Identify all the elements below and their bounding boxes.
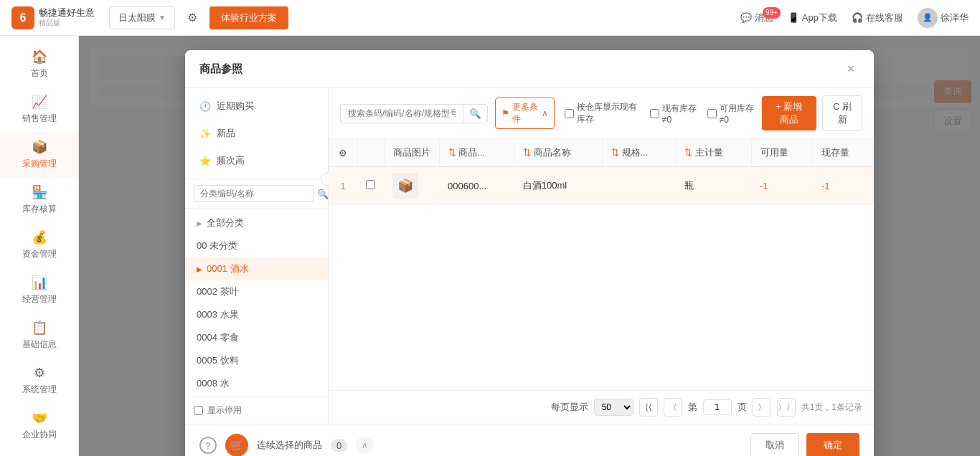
- product-search-input[interactable]: [341, 105, 463, 122]
- more-filter-arrow: ∧: [542, 108, 548, 118]
- product-thumbnail: 📦: [392, 173, 418, 199]
- col-code[interactable]: ⇅ 商品...: [439, 139, 514, 167]
- cat-0003[interactable]: 0003 水果: [185, 303, 328, 326]
- sidebar-item-inventory[interactable]: 🏪 库存核算: [0, 177, 78, 222]
- nonzero-stock-label: 现有库存≠0: [662, 103, 697, 125]
- add-product-button[interactable]: + 新增商品: [762, 96, 817, 130]
- confirm-button[interactable]: 确定: [806, 433, 859, 456]
- category-search-row: 🔍: [185, 179, 328, 209]
- quick-filter-new[interactable]: ✨ 新品: [194, 123, 319, 144]
- cart-button[interactable]: 🛒: [225, 434, 248, 456]
- check-available-stock[interactable]: 可用库存≠0: [707, 103, 755, 125]
- next-page-button[interactable]: 〉: [753, 398, 771, 417]
- cat-all[interactable]: ▶ 全部分类: [185, 212, 328, 234]
- selected-text: 连续选择的商品: [257, 439, 322, 452]
- sidebar-item-purchase[interactable]: 📦 采购管理: [0, 132, 78, 177]
- nav-message[interactable]: 💬 消息 99+: [740, 11, 773, 24]
- filter-checkboxes: 按仓库显示现有库存 现有库存≠0 可用库存≠0: [565, 101, 755, 125]
- cat-0001-arrow: ▶: [197, 265, 202, 273]
- first-page-button[interactable]: ⟨⟨: [639, 398, 658, 417]
- quick-filter-frequent[interactable]: ⭐ 频次高: [194, 150, 319, 171]
- check-nonzero-stock[interactable]: 现有库存≠0: [650, 103, 697, 125]
- quick-filter-recent[interactable]: 🕐 近期购买: [194, 95, 319, 117]
- category-search-input[interactable]: [194, 185, 314, 202]
- nonzero-stock-checkbox[interactable]: [650, 109, 659, 118]
- more-filter-button[interactable]: ⚑ 更多条件 ∧: [495, 98, 555, 129]
- modal-body: 🕐 近期购买 ✨ 新品 ⭐ 频次高: [185, 88, 874, 424]
- sidebar-label-basic: 基础信息: [22, 338, 57, 351]
- nav-app-download[interactable]: 📱 App下载: [788, 11, 837, 24]
- total-info: 共1页，1条记录: [801, 402, 862, 414]
- row-available: -1: [751, 167, 813, 205]
- display-stopped-label: 显示停用: [207, 404, 242, 417]
- display-stopped-checkbox[interactable]: [194, 406, 203, 415]
- check-warehouse-stock[interactable]: 按仓库显示现有库存: [565, 101, 640, 125]
- message-badge: 99+: [763, 7, 781, 19]
- nav-customer-service[interactable]: 🎧 在线客服: [852, 11, 903, 24]
- sidebar-item-finance[interactable]: 💰 资金管理: [0, 222, 78, 267]
- sidebar-item-sales[interactable]: 📈 销售管理: [0, 87, 78, 132]
- sidebar-item-collab[interactable]: 🤝 企业协同: [0, 403, 78, 448]
- app-icon: 📱: [788, 12, 799, 23]
- col-unit[interactable]: ⇅ 主计量: [676, 139, 751, 167]
- cat-all-arrow: ▶: [197, 219, 202, 227]
- cat-00[interactable]: 00 未分类: [185, 234, 328, 257]
- sidebar-item-home[interactable]: 🏠 首页: [0, 42, 78, 87]
- nav-user[interactable]: 👤 徐泽华: [918, 8, 969, 28]
- gear-button[interactable]: ⚙: [181, 6, 204, 29]
- help-button[interactable]: ?: [199, 437, 217, 454]
- cat-0001-label: 0001 酒水: [207, 262, 249, 275]
- per-page-label: 每页显示: [551, 401, 588, 414]
- action-buttons: + 新增商品 C 刷新: [762, 95, 863, 131]
- table-header-row: ⚙ 商品图片 ⇅ 商品... ⇅: [329, 139, 874, 167]
- cat-0008[interactable]: 0008 水: [185, 372, 328, 395]
- cat-0004-label: 0004 零食: [197, 331, 239, 344]
- available-stock-checkbox[interactable]: [707, 109, 717, 118]
- modal-footer: ? 🛒 连续选择的商品 0 ∧ 取消 确定: [185, 424, 874, 456]
- row-checkbox[interactable]: [366, 180, 375, 189]
- prev-page-button[interactable]: 〈: [664, 398, 682, 417]
- top-navbar: 6 畅捷通好生意 精品版 日太阳膜 ▼ ⚙ 体验行业方案 💬 消息 99+ 📱 …: [0, 0, 980, 36]
- row-code: 000600...: [439, 167, 514, 205]
- row-image-cell: 📦: [384, 167, 439, 205]
- display-stopped-row: 显示停用: [185, 396, 328, 424]
- warehouse-stock-checkbox[interactable]: [565, 109, 574, 118]
- sidebar-item-basic[interactable]: 📋 基础信息: [0, 313, 78, 358]
- col-name[interactable]: ⇅ 商品名称: [514, 139, 603, 167]
- cart-icon: 🛒: [230, 439, 244, 452]
- new-label: 新品: [217, 127, 235, 140]
- cat-0004[interactable]: 0004 零食: [185, 326, 328, 349]
- nav-right: 💬 消息 99+ 📱 App下载 🎧 在线客服 👤 徐泽华: [740, 8, 969, 28]
- row-checkbox-cell[interactable]: [357, 167, 384, 205]
- trial-button[interactable]: 体验行业方案: [209, 6, 288, 29]
- col-settings[interactable]: ⚙: [329, 139, 357, 167]
- nav-selector[interactable]: 日太阳膜 ▼: [109, 6, 175, 29]
- col-spec[interactable]: ⇅ 规格...: [602, 139, 675, 167]
- per-page-select[interactable]: 50 100 200: [594, 399, 633, 416]
- col-stock: 现存量: [813, 139, 874, 167]
- page-unit: 页: [738, 401, 747, 414]
- quick-filters: 🕐 近期购买 ✨ 新品 ⭐ 频次高: [185, 88, 328, 179]
- product-search-button[interactable]: 🔍: [463, 105, 487, 123]
- logo-text: 畅捷通好生意: [39, 7, 95, 19]
- category-search-icon[interactable]: 🔍: [317, 189, 329, 199]
- last-page-button[interactable]: 〉〉: [777, 398, 796, 417]
- cat-0002[interactable]: 0002 茶叶: [185, 280, 328, 303]
- modal-title: 商品参照: [199, 62, 242, 76]
- sidebar-label-business: 经营管理: [22, 293, 57, 305]
- row-stock: -1: [813, 167, 874, 205]
- table-row[interactable]: 1 📦 000600... 白酒100ml: [329, 167, 874, 205]
- refresh-button[interactable]: C 刷新: [822, 95, 862, 131]
- modal-close-button[interactable]: ×: [842, 60, 859, 77]
- sidebar-item-business[interactable]: 📊 经营管理: [0, 267, 78, 313]
- page-number-input[interactable]: [703, 399, 732, 415]
- cat-0001[interactable]: ▶ 0001 酒水: [185, 257, 328, 280]
- cat-0005[interactable]: 0005 饮料: [185, 349, 328, 372]
- sidebar-item-guide[interactable]: 🎯 新手引导: [0, 448, 78, 456]
- collapse-cart-button[interactable]: ∧: [356, 437, 373, 454]
- sort-icon-code: ⇅: [448, 147, 456, 158]
- cancel-button[interactable]: 取消: [750, 433, 799, 456]
- recent-label: 近期购买: [217, 100, 254, 113]
- sidebar-item-system[interactable]: ⚙ 系统管理: [0, 358, 78, 403]
- system-icon: ⚙: [34, 365, 45, 381]
